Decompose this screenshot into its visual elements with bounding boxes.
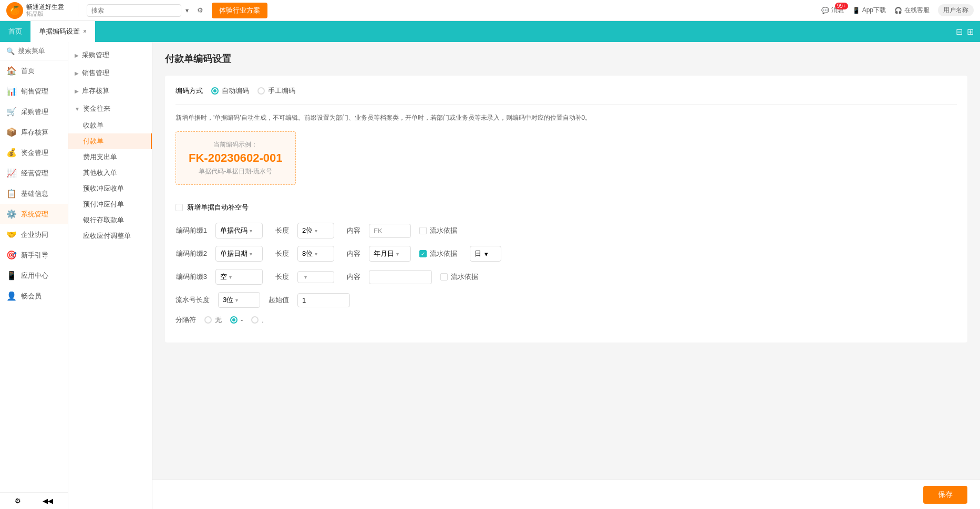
- sidebar-item-home[interactable]: 🏠 首页: [0, 60, 68, 81]
- tab-close-icon[interactable]: ×: [83, 28, 87, 35]
- sep-dot-option[interactable]: .: [251, 316, 264, 324]
- inventory-icon: 📦: [6, 127, 17, 137]
- vip-icon: 👤: [6, 291, 17, 301]
- auto-encoding-option[interactable]: 自动编码: [211, 86, 249, 96]
- sidebar-item-enterprise[interactable]: 🤝 企业协同: [0, 224, 68, 245]
- sidebar-item-basics[interactable]: 📋 基础信息: [0, 183, 68, 204]
- sidebar-item-finance[interactable]: 💰 资金管理: [0, 142, 68, 163]
- prefix1-label: 编码前缀1: [176, 226, 207, 235]
- day-select[interactable]: 日 ▾: [470, 246, 501, 262]
- serial1-checkbox[interactable]: [419, 227, 427, 234]
- encoding-method-row: 编码方式 自动编码 手工编码: [176, 86, 957, 105]
- prefix3-label: 编码前缀3: [176, 272, 207, 282]
- start-value-input[interactable]: [297, 293, 350, 307]
- manual-encoding-radio[interactable]: [257, 87, 265, 95]
- menu-child-ar-ap[interactable]: 应收应付调整单: [68, 228, 152, 244]
- menu-child-pre-receipt[interactable]: 预收冲应收单: [68, 181, 152, 196]
- menu-child-pre-payment[interactable]: 预付冲应付单: [68, 196, 152, 212]
- serial-length-select[interactable]: 3位 ▾: [218, 292, 260, 308]
- menu-child-expense[interactable]: 费用支出单: [68, 149, 152, 165]
- search-icon: 🔍: [6, 47, 15, 55]
- sidebar-item-purchase[interactable]: 🛒 采购管理: [0, 101, 68, 122]
- length2-select[interactable]: 8位 ▾: [297, 246, 334, 262]
- logo-icon: 🍊: [6, 2, 23, 19]
- sidebar-item-operations[interactable]: 📈 经营管理: [0, 163, 68, 183]
- enterprise-icon: 🤝: [6, 230, 17, 240]
- content1-input[interactable]: [369, 224, 411, 238]
- auto-fill-checkbox[interactable]: [176, 204, 183, 211]
- tab-encoding-settings[interactable]: 单据编码设置 ×: [30, 21, 95, 42]
- sidebar-search[interactable]: 🔍 搜索菜单: [0, 42, 68, 60]
- menu-group-purchase[interactable]: ▶ 采购管理: [68, 46, 152, 64]
- content3-label: 内容: [347, 272, 360, 282]
- sidebar-item-apps[interactable]: 📱 应用中心: [0, 265, 68, 286]
- maximize-icon[interactable]: ⊞: [967, 27, 974, 37]
- service-button[interactable]: 🎧 在线客服: [894, 6, 930, 15]
- settings-card: 编码方式 自动编码 手工编码 新增单据时，'单据编码'自动生成，不可编辑。前缀设…: [165, 76, 967, 342]
- length2-label: 长度: [275, 249, 289, 258]
- menu-group-sales[interactable]: ▶ 销售管理: [68, 64, 152, 82]
- prefix2-select[interactable]: 单据日期 ▾: [215, 246, 263, 262]
- message-badge: 99+: [835, 3, 848, 9]
- menu-group-inventory[interactable]: ▶ 库存核算: [68, 82, 152, 100]
- start-value-label: 起始值: [269, 295, 289, 305]
- content1-label: 内容: [347, 226, 360, 235]
- sep-dash-option[interactable]: -: [230, 316, 243, 324]
- sep-dot-radio[interactable]: [251, 316, 259, 324]
- menu-child-other-income[interactable]: 其他收入单: [68, 165, 152, 181]
- serial2-checkbox[interactable]: ✓: [419, 250, 427, 257]
- arrow-icon: ▼: [75, 106, 80, 112]
- prefix3-arrow-icon: ▾: [229, 274, 232, 280]
- user-menu[interactable]: 用户名称: [938, 4, 974, 16]
- module-dropdown[interactable]: ▾: [185, 7, 189, 14]
- separator-row: 分隔符 无 - .: [176, 315, 957, 325]
- serial2-checkbox-wrapper: ✓ 流水依据: [419, 249, 457, 258]
- content2-label: 内容: [347, 249, 360, 258]
- serial3-checkbox[interactable]: [440, 273, 448, 281]
- prefix3-select[interactable]: 空 ▾: [215, 269, 263, 285]
- code-preview-sub: 单据代码-单据日期-流水号: [189, 167, 283, 176]
- menu-child-payment[interactable]: 付款单: [68, 133, 152, 149]
- serial1-checkbox-wrapper: 流水依据: [419, 226, 457, 235]
- purchase-icon: 🛒: [6, 107, 17, 117]
- sidebar-item-system[interactable]: ⚙️ 系统管理: [0, 204, 68, 224]
- minimize-icon[interactable]: ⊟: [956, 27, 963, 37]
- sep-dash-radio[interactable]: [230, 316, 238, 324]
- sidebar-bottom: ⚙ ◀◀: [0, 492, 68, 509]
- prefix1-row: 编码前缀1 单据代码 ▾ 长度 2位 ▾ 内容: [176, 223, 957, 238]
- main-layout: 🔍 搜索菜单 🏠 首页 📊 销售管理 🛒 采购管理 📦 库存核算 💰 资金管理 …: [0, 42, 980, 509]
- sidebar-item-sales[interactable]: 📊 销售管理: [0, 81, 68, 101]
- settings-icon[interactable]: ⚙: [193, 3, 208, 18]
- auto-encoding-radio[interactable]: [211, 87, 219, 95]
- content3-input[interactable]: [369, 270, 432, 284]
- search-input[interactable]: [87, 4, 181, 17]
- sep-none-radio[interactable]: [204, 316, 212, 324]
- settings-bottom-icon[interactable]: ⚙: [15, 497, 21, 505]
- prefix1-select[interactable]: 单据代码 ▾: [215, 223, 263, 238]
- message-button[interactable]: 💬 消息 99+: [821, 6, 844, 15]
- save-button[interactable]: 保存: [923, 486, 967, 504]
- menu-group-capital[interactable]: ▼ 资金往来 收款单 付款单 费用支出单 其他收入单 预收冲应收单 预付冲应付单…: [68, 100, 152, 244]
- manual-encoding-option[interactable]: 手工编码: [257, 86, 295, 96]
- page-title: 付款单编码设置: [165, 53, 967, 65]
- menu-child-bank[interactable]: 银行存取款单: [68, 212, 152, 228]
- sidebar-item-guide[interactable]: 🎯 新手引导: [0, 245, 68, 265]
- code-preview-value: FK-20230602-001: [189, 151, 283, 165]
- length1-select[interactable]: 2位 ▾: [297, 223, 334, 238]
- sep-none-option[interactable]: 无: [204, 315, 222, 325]
- trial-button[interactable]: 体验行业方案: [212, 3, 267, 18]
- menu-child-receipt[interactable]: 收款单: [68, 118, 152, 133]
- length3-select[interactable]: ▾: [297, 271, 334, 283]
- length1-arrow-icon: ▾: [315, 228, 317, 234]
- app-download-button[interactable]: 📱 App下载: [852, 6, 886, 15]
- length3-label: 长度: [275, 272, 289, 282]
- prefix2-label: 编码前缀2: [176, 249, 207, 258]
- sidebar-item-vip[interactable]: 👤 畅会员: [0, 286, 68, 306]
- home-icon: 🏠: [6, 66, 17, 76]
- collapse-icon[interactable]: ◀◀: [43, 497, 53, 505]
- main-content: 付款单编码设置 编码方式 自动编码 手工编码: [152, 42, 980, 480]
- sidebar-item-inventory[interactable]: 📦 库存核算: [0, 122, 68, 142]
- topbar: 🍊 畅通道好生意 拓品版 ▾ ⚙ 体验行业方案 💬 消息 99+ 📱 App下载…: [0, 0, 980, 21]
- tab-home[interactable]: 首页: [0, 21, 30, 42]
- content2-select[interactable]: 年月日 ▾: [369, 246, 411, 262]
